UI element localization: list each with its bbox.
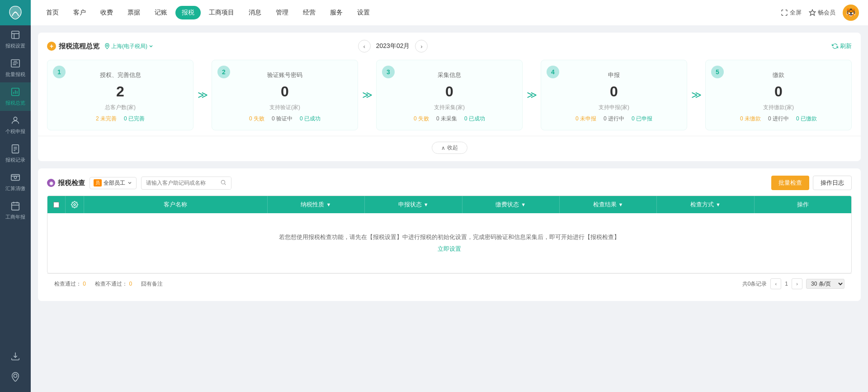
date-label: 2023年02月 (376, 42, 410, 50)
page-next-btn[interactable]: › (792, 278, 802, 289)
filter-icon-tax-nature[interactable]: ▼ (326, 202, 331, 207)
filter-icon-pay-status[interactable]: ▼ (521, 202, 526, 207)
stat-3-2[interactable]: 0 已成功 (464, 115, 485, 123)
nav-invoice[interactable]: 票据 (121, 6, 146, 19)
overview-title: + 报税流程总览 (47, 42, 99, 51)
step-card-1: 1 授权、完善信息 2 总客户数(家) 2 未完善 0 已完善 (47, 60, 193, 130)
filter-icon-check-method[interactable]: ▼ (716, 202, 721, 207)
nav-customer[interactable]: 客户 (67, 6, 92, 19)
step-stats-5: 0 未缴款 0 进行中 0 已缴款 (740, 115, 817, 123)
stat-1-1[interactable]: 0 已完善 (124, 115, 145, 123)
stat-5-0[interactable]: 0 未缴款 (740, 115, 761, 123)
step-subtitle-4: 支持申报(家) (599, 104, 629, 111)
step-subtitle-1: 总客户数(家) (105, 104, 136, 111)
nav-operations[interactable]: 经营 (297, 6, 322, 19)
svg-rect-0 (12, 31, 19, 39)
sidebar-download[interactable] (0, 347, 31, 367)
search-button[interactable] (216, 177, 231, 189)
nav-management[interactable]: 管理 (269, 6, 295, 19)
search-input[interactable] (142, 177, 216, 188)
immediate-settings-link[interactable]: 立即设置 (438, 245, 461, 252)
sidebar-label: 报税记录 (5, 157, 25, 163)
sidebar-item-settlement[interactable]: 汇算清缴 (0, 168, 31, 196)
vip-btn[interactable]: 畅会员 (809, 9, 835, 17)
svg-point-17 (14, 176, 17, 179)
collapse-row: ∧ 收起 (47, 142, 852, 154)
stat-4-0[interactable]: 0 未申报 (576, 115, 596, 123)
page-size-select[interactable]: 30 条/页 50 条/页 100 条/页 (806, 279, 844, 289)
search-box[interactable] (141, 177, 231, 190)
fullscreen-btn[interactable]: 全屏 (781, 9, 802, 17)
sidebar-label: 汇算清缴 (5, 185, 25, 192)
step-count-1: 2 (116, 83, 124, 100)
sidebar-item-tax-settings[interactable]: 报税设置 (0, 25, 31, 54)
top-nav: 首页 客户 收费 票据 记账 报税 工商项目 消息 管理 经营 服务 设置 全屏… (31, 0, 868, 25)
step-card-5: 5 缴款 0 支持缴款(家) 0 未缴款 0 进行中 (705, 60, 852, 130)
th-report-status: 申报状态 ▼ (365, 196, 462, 213)
step-card-3: 3 采集信息 0 支持采集(家) 0 失败 0 未采集 (376, 60, 523, 130)
sidebar-location[interactable] (0, 367, 31, 387)
step-num-4: 4 (547, 66, 559, 78)
step-subtitle-3: 支持采集(家) (434, 104, 465, 111)
stat-5-2[interactable]: 0 已缴款 (796, 115, 817, 123)
nav-message[interactable]: 消息 (242, 6, 268, 19)
sidebar-label: 报税设置 (5, 43, 25, 49)
svg-rect-19 (12, 203, 19, 210)
nav-business[interactable]: 工商项目 (203, 6, 241, 19)
collapse-btn[interactable]: ∧ 收起 (432, 142, 467, 154)
nav-home[interactable]: 首页 (40, 6, 65, 19)
nav-tax[interactable]: 报税 (175, 6, 201, 19)
batch-check-btn[interactable]: 批量检查 (771, 176, 809, 190)
staff-icon: 员 (94, 179, 102, 186)
sidebar-item-batch-tax[interactable]: 批量报税 (0, 54, 31, 82)
select-all-checkbox[interactable] (53, 202, 59, 208)
user-avatar[interactable]: 🐯 (843, 5, 859, 21)
stat-1-0[interactable]: 2 未完善 (96, 115, 117, 123)
svg-marker-24 (809, 10, 815, 15)
sidebar-item-tax-overview[interactable]: 报税总览 (0, 82, 31, 111)
sidebar-bottom (0, 347, 31, 392)
location-tag[interactable]: 上海(电子税局) (104, 43, 154, 50)
sidebar-label: 报税总览 (5, 100, 25, 106)
th-gear[interactable] (66, 196, 84, 213)
staff-selector[interactable]: 员 全部员工 (90, 177, 137, 189)
fail-value[interactable]: 0 (129, 281, 132, 287)
date-next-btn[interactable]: › (415, 40, 428, 53)
table-empty: 若您想使用报税检查功能，请先在【报税设置】中进行报税的初始化设置，完成密码验证和… (47, 213, 851, 273)
svg-point-28 (74, 204, 75, 206)
th-pay-status: 缴费状态 ▼ (462, 196, 560, 213)
pass-label: 检查通过： (54, 281, 81, 287)
step-count-5: 0 (774, 83, 783, 100)
sidebar-item-personal-report[interactable]: 个税申报 (0, 111, 31, 139)
stat-2-0[interactable]: 0 失败 (249, 115, 264, 123)
download-icon (10, 351, 20, 363)
footer-right: 共0条记录 ‹ 1 › 30 条/页 50 条/页 100 条/页 (742, 278, 844, 289)
table-footer: 检查通过： 0 检查不通过： 0 囧有备注 共0条记录 ‹ 1 › 30 条/页… (47, 273, 852, 294)
main-wrap: 首页 客户 收费 票据 记账 报税 工商项目 消息 管理 经营 服务 设置 全屏… (31, 0, 868, 392)
th-checkbox[interactable] (47, 196, 66, 213)
sidebar-item-tax-record[interactable]: 报税记录 (0, 139, 31, 168)
pass-stat: 检查通过： 0 (54, 280, 86, 288)
filter-icon-report-status[interactable]: ▼ (424, 202, 429, 207)
chevron-up-icon: ∧ (441, 145, 445, 151)
date-prev-btn[interactable]: ‹ (358, 40, 371, 53)
nav-service[interactable]: 服务 (324, 6, 349, 19)
stat-4-2[interactable]: 0 已申报 (632, 115, 652, 123)
stat-2-2[interactable]: 0 已成功 (300, 115, 321, 123)
stat-3-0[interactable]: 0 失败 (414, 115, 429, 123)
fail-stat: 检查不通过： 0 (95, 280, 132, 288)
page-prev-btn[interactable]: ‹ (770, 278, 781, 289)
svg-rect-16 (11, 175, 19, 181)
th-check-result: 检查结果 ▼ (560, 196, 657, 213)
pass-value[interactable]: 0 (83, 281, 86, 287)
filter-icon-check-result[interactable]: ▼ (618, 202, 623, 207)
refresh-btn[interactable]: 刷新 (832, 42, 852, 50)
operation-log-btn[interactable]: 操作日志 (813, 176, 852, 190)
nav-accounting[interactable]: 记账 (148, 6, 174, 19)
nav-settings[interactable]: 设置 (351, 6, 376, 19)
sidebar-item-annual-report[interactable]: 工商年报 (0, 196, 31, 225)
overview-header: + 报税流程总览 上海(电子税局) ‹ 2023年02月 › (47, 40, 852, 53)
nav-billing[interactable]: 收费 (94, 6, 119, 19)
total-label: 共0条记录 (742, 280, 767, 288)
plus-icon: + (47, 42, 56, 51)
